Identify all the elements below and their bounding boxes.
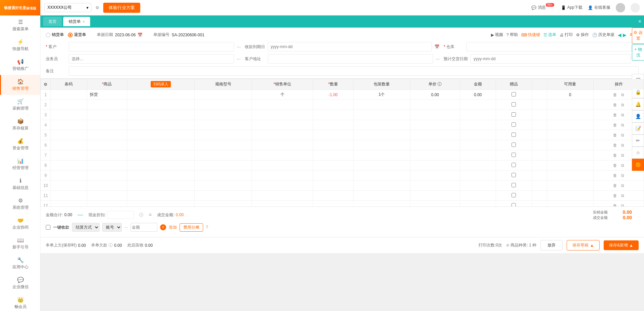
row-barcode[interactable] (51, 90, 87, 100)
row-pkg-qty[interactable] (353, 201, 410, 207)
row-pkg-qty[interactable] (353, 130, 410, 140)
row-spec[interactable] (195, 120, 252, 130)
row-price[interactable] (410, 150, 460, 160)
row-unit[interactable] (252, 191, 313, 201)
operation-btn[interactable]: ⚙ 操作 (576, 32, 589, 38)
app-download-button[interactable]: 📱 App下载 (561, 5, 582, 10)
row-price[interactable] (410, 160, 460, 170)
right-btn-3[interactable]: 🔔 (632, 98, 644, 110)
copy-row-icon[interactable]: ⧉ (621, 143, 624, 148)
help-btn[interactable]: ? 帮助 (506, 32, 518, 38)
row-amount[interactable]: 0.00 (460, 90, 496, 100)
row-unit[interactable] (252, 120, 313, 130)
row-pkg-qty[interactable] (353, 140, 410, 150)
delete-row-icon[interactable]: 🗑 (613, 153, 617, 158)
row-barcode[interactable] (51, 150, 87, 160)
row-barcode[interactable] (51, 181, 87, 191)
row-qty[interactable] (313, 191, 353, 201)
customer-addr-input[interactable] (268, 54, 433, 64)
save-new-btn[interactable]: 保存&新增 ▲ (604, 240, 639, 250)
copy-row-icon[interactable]: ⧉ (621, 183, 624, 188)
customer-input[interactable] (69, 42, 234, 51)
row-amount[interactable] (460, 140, 496, 150)
row-unit[interactable] (252, 170, 313, 181)
row-barcode[interactable] (51, 100, 87, 110)
payment-account-select[interactable]: 账号 (102, 223, 122, 232)
delete-row-icon[interactable]: 🗑 (613, 92, 617, 97)
row-barcode[interactable] (51, 130, 87, 140)
row-amount[interactable] (460, 201, 496, 207)
calendar-icon[interactable]: 📅 (138, 33, 143, 37)
row-barcode[interactable] (51, 191, 87, 201)
row-price[interactable] (410, 170, 460, 181)
row-barcode[interactable] (51, 140, 87, 150)
row-amount[interactable] (460, 110, 496, 120)
sidebar-item-guide[interactable]: 📖 新手引导 (0, 234, 40, 254)
row-spec[interactable] (195, 90, 252, 100)
row-unit[interactable] (252, 160, 313, 170)
row-gift[interactable] (496, 160, 532, 170)
tab-home[interactable]: 首页 (43, 17, 62, 26)
row-product[interactable]: 拆货 (87, 90, 127, 100)
row-qty[interactable] (313, 140, 353, 150)
row-pkg-qty[interactable] (353, 191, 410, 201)
payment-amount-input[interactable] (130, 223, 157, 232)
row-gift[interactable] (496, 140, 532, 150)
row-unit[interactable] (252, 181, 313, 191)
row-spec[interactable] (195, 160, 252, 170)
row-amount[interactable] (460, 100, 496, 110)
row-spec[interactable] (195, 100, 252, 110)
row-amount[interactable] (460, 191, 496, 201)
shortcut-btn[interactable]: ⌨ 快捷键 (521, 32, 540, 38)
delete-row-icon[interactable]: 🗑 (613, 113, 617, 117)
delete-row-icon[interactable]: 🗑 (613, 163, 617, 168)
sidebar-item-wechat[interactable]: 💬 企业微信 (0, 273, 40, 293)
message-button[interactable]: 💬 消息 99+ (531, 5, 556, 10)
row-barcode[interactable] (51, 160, 87, 170)
row-spec[interactable] (195, 201, 252, 207)
sidebar-item-member[interactable]: 👑 畅会员 (0, 293, 40, 311)
row-amount[interactable] (460, 150, 496, 160)
payment-method-select[interactable]: 结算方式 (72, 223, 100, 232)
radio-return[interactable]: 退货单 (68, 32, 86, 38)
row-qty[interactable] (313, 160, 353, 170)
sidebar-item-apps[interactable]: 🔧 应用中心 (0, 254, 40, 273)
print-btn[interactable]: 🖨 打印 (560, 32, 573, 38)
row-product[interactable] (87, 100, 127, 110)
sidebar-item-marketing[interactable]: 📢 营销推广 (0, 55, 40, 75)
right-btn-7[interactable]: ☆ (632, 147, 644, 159)
delete-row-icon[interactable]: 🗑 (613, 193, 617, 198)
row-barcode[interactable] (51, 120, 87, 130)
radio-sales[interactable]: 销货单 (46, 32, 64, 38)
row-pkg-qty[interactable] (353, 100, 410, 110)
sidebar-item-system[interactable]: ⚙ 系统管理 (0, 194, 40, 214)
row-pkg-qty[interactable] (353, 150, 410, 160)
row-price[interactable]: 0.00 (410, 90, 460, 100)
cumulative-help-icon[interactable]: ⓘ (109, 242, 113, 248)
row-pkg-qty[interactable] (353, 120, 410, 130)
row-product[interactable] (87, 120, 127, 130)
row-product[interactable] (87, 191, 127, 201)
row-barcode[interactable] (51, 201, 87, 207)
row-gift[interactable] (496, 181, 532, 191)
row-product[interactable] (87, 201, 127, 207)
row-price[interactable] (410, 191, 460, 201)
settings-icon[interactable]: ⚙ (96, 5, 99, 10)
right-btn-5[interactable]: 📝 (632, 122, 644, 134)
dots-btn2[interactable]: ··· (124, 225, 128, 230)
row-pkg-qty[interactable] (353, 160, 410, 170)
row-gift[interactable] (496, 110, 532, 120)
expense-btn[interactable]: 费用分摊 (180, 223, 203, 232)
row-gift[interactable] (496, 90, 532, 100)
row-product[interactable] (87, 181, 127, 191)
delete-row-icon[interactable]: 🗑 (613, 173, 617, 178)
row-unit[interactable]: 个 (252, 90, 313, 100)
sidebar-item-search[interactable]: ☰ 搜索菜单 (0, 15, 40, 35)
row-product[interactable] (87, 130, 127, 140)
sidebar-item-inventory[interactable]: 📦 库存核算 (0, 115, 40, 134)
online-service-button[interactable]: 👤 在线客服 (588, 5, 610, 10)
avatar[interactable] (616, 3, 625, 12)
row-gift[interactable] (496, 120, 532, 130)
row-gift[interactable] (496, 100, 532, 110)
addr-dots-btn[interactable]: ··· (436, 56, 440, 62)
